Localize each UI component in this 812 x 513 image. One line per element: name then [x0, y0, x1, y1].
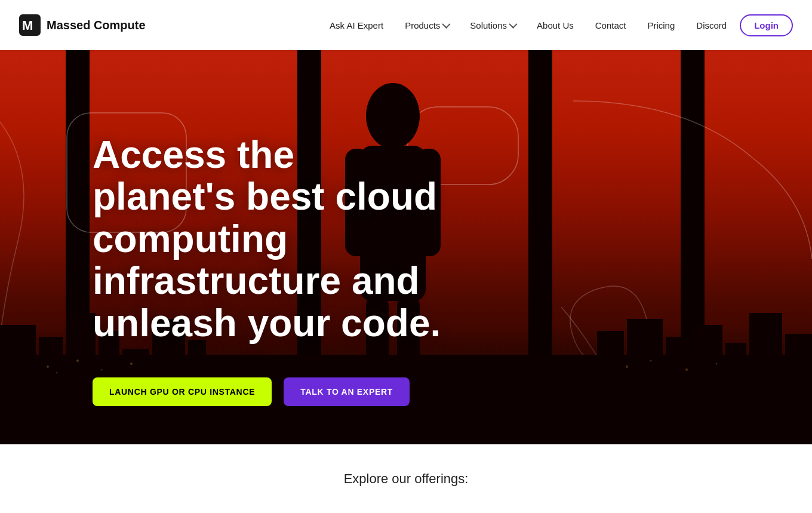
nav-link-discord[interactable]: Discord: [688, 16, 735, 35]
talk-to-expert-button[interactable]: TALK TO AN EXPERT: [284, 377, 410, 406]
hero-section: Access the planet's best cloud computing…: [0, 50, 812, 444]
nav-list: Ask AI Expert Products Solutions About U…: [321, 14, 793, 36]
nav-item-pricing: Pricing: [639, 16, 683, 35]
nav-item-login: Login: [740, 14, 793, 36]
launch-instance-button[interactable]: LAUNCH GPU OR CPU INSTANCE: [93, 377, 272, 406]
explore-offerings-text: Explore our offerings:: [344, 471, 469, 487]
nav-item-solutions: Solutions: [462, 16, 524, 35]
nav-link-solutions[interactable]: Solutions: [462, 16, 524, 35]
products-chevron-icon: [442, 20, 451, 29]
nav-link-about-us[interactable]: About Us: [528, 16, 582, 35]
nav-link-contact[interactable]: Contact: [587, 16, 635, 35]
navbar: M Massed Compute Ask AI Expert Products …: [0, 0, 812, 50]
hero-content: Access the planet's best cloud computing…: [0, 50, 448, 406]
login-button[interactable]: Login: [740, 14, 793, 36]
brand-name: Massed Compute: [47, 19, 146, 32]
nav-link-ask-ai-expert[interactable]: Ask AI Expert: [321, 16, 392, 35]
svg-text:M: M: [22, 18, 33, 33]
brand-link[interactable]: M Massed Compute: [19, 14, 146, 36]
nav-item-ask-ai-expert: Ask AI Expert: [321, 16, 392, 35]
nav-item-contact: Contact: [587, 16, 635, 35]
hero-title: Access the planet's best cloud computing…: [93, 134, 448, 344]
nav-link-pricing[interactable]: Pricing: [639, 16, 683, 35]
nav-item-about-us: About Us: [528, 16, 582, 35]
nav-item-discord: Discord: [688, 16, 735, 35]
nav-item-products: Products: [396, 16, 457, 35]
solutions-chevron-icon: [509, 20, 517, 29]
nav-link-products[interactable]: Products: [396, 16, 457, 35]
brand-logo-icon: M: [19, 14, 41, 36]
hero-buttons: LAUNCH GPU OR CPU INSTANCE TALK TO AN EX…: [93, 377, 448, 406]
below-hero-section: Explore our offerings:: [0, 444, 812, 513]
